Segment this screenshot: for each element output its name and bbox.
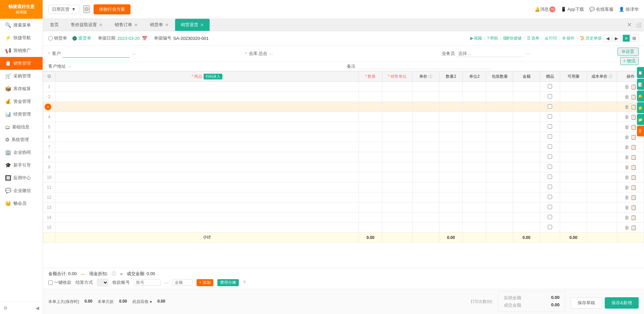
unit2-cell[interactable]	[463, 82, 486, 92]
quick-payment-checkbox[interactable]	[48, 280, 53, 285]
sidebar-item-sales[interactable]: 📋 销售管理	[0, 57, 43, 70]
delete-row-btn[interactable]: 🗑	[625, 175, 629, 180]
qty2-cell[interactable]	[439, 92, 463, 102]
shortcut-keys-btn[interactable]: ⌨ 快捷键	[503, 36, 522, 41]
delete-row-btn[interactable]: 🗑	[625, 124, 629, 130]
grid-view-btn[interactable]: ⊞	[630, 35, 639, 42]
salesperson-input[interactable]	[457, 50, 524, 57]
delete-row-btn[interactable]: 🗑	[625, 134, 629, 140]
gift-checkbox[interactable]	[548, 225, 552, 229]
gift-checkbox[interactable]	[548, 94, 552, 99]
account-input[interactable]	[134, 279, 161, 286]
operate-btn[interactable]: ⚙ 操作	[562, 36, 575, 41]
unit2-cell[interactable]	[463, 102, 486, 112]
close-tab-sales-order[interactable]: ✕	[134, 22, 138, 27]
copy-row-btn[interactable]: 📋	[631, 104, 636, 110]
qty2-cell[interactable]	[439, 82, 463, 92]
delete-row-btn[interactable]: 🗑	[625, 84, 629, 89]
notification-btn[interactable]: 🔔 消息 70	[535, 6, 555, 12]
delete-row-btn[interactable]: 🗑	[625, 94, 629, 100]
product-input[interactable]	[57, 104, 357, 109]
unit-price-cell[interactable]	[413, 102, 439, 112]
gift-checkbox[interactable]	[548, 104, 552, 109]
radio-sale-input[interactable]	[48, 36, 53, 41]
delete-row-btn[interactable]: 🗑	[625, 114, 629, 120]
copy-row-btn[interactable]: 📋	[631, 185, 636, 190]
sidebar-item-inventory[interactable]: 📦 库存核算	[0, 82, 43, 95]
copy-row-btn[interactable]: 📋	[631, 195, 636, 200]
sidebar-item-system[interactable]: ⚙ 系统管理	[0, 133, 43, 146]
radio-return-input[interactable]	[72, 36, 77, 41]
calendar-icon[interactable]: 📅	[142, 36, 147, 41]
gift-checkbox[interactable]	[548, 84, 552, 88]
info-btn[interactable]: ⓘ	[112, 271, 116, 277]
sidebar-item-member[interactable]: 👑 畅会员	[0, 197, 43, 210]
gift-checkbox[interactable]	[548, 205, 552, 209]
copy-row-btn[interactable]: 📋	[631, 175, 636, 180]
rsf-btn-4[interactable]: ⭐	[637, 102, 644, 113]
tab-sales-delivery[interactable]: 销货单 ✕	[144, 19, 174, 31]
copy-row-btn[interactable]: 📋	[631, 134, 636, 140]
amount-cell[interactable]	[513, 82, 540, 92]
unit2-cell[interactable]	[463, 92, 486, 102]
history-btn[interactable]: 📜 历史单据	[580, 36, 602, 41]
dots-icon[interactable]: ···	[165, 280, 168, 285]
save-new-button[interactable]: 保存&新增	[605, 297, 639, 309]
sales-unit-cell[interactable]	[382, 102, 413, 112]
delete-row-btn[interactable]: 🗑	[625, 185, 629, 190]
sidebar-settings-btn[interactable]: ⚙	[3, 305, 8, 311]
address-select-btn[interactable]: ···	[68, 64, 71, 69]
radio-sale[interactable]: 销货单	[48, 35, 67, 41]
gift-checkbox[interactable]	[548, 185, 552, 189]
qty-cell[interactable]	[359, 92, 382, 102]
copy-row-btn[interactable]: 📋	[631, 144, 636, 150]
copy-row-btn[interactable]: 📋	[631, 114, 636, 120]
calc-method-select[interactable]	[97, 279, 108, 286]
amount-input[interactable]	[172, 279, 193, 286]
sidebar-item-search[interactable]: 🔍 搜索菜单	[0, 19, 43, 32]
rsf-btn-1[interactable]: 📋	[637, 67, 644, 78]
sidebar-item-operation[interactable]: 📊 经营管理	[0, 108, 43, 121]
col-settings[interactable]: ⚙	[43, 71, 55, 82]
pkg-qty-cell[interactable]	[486, 92, 513, 102]
print-btn[interactable]: 🖨 打印	[544, 36, 557, 41]
sidebar-item-shortcut[interactable]: ⚡ 快捷导航	[0, 32, 43, 44]
select-order-btn[interactable]: ☰ 选单	[527, 36, 539, 41]
copy-row-btn[interactable]: 📋	[631, 84, 636, 89]
copy-row-btn[interactable]: 📋	[631, 154, 636, 160]
app-download-btn[interactable]: 📱 App下载	[561, 6, 584, 12]
tab-sales-order[interactable]: 销售订单 ✕	[109, 19, 144, 31]
sidebar-item-guide[interactable]: 🎓 新手引导	[0, 159, 43, 172]
unit-price-cell[interactable]	[413, 92, 439, 102]
sidebar-item-wechat[interactable]: 💬 企业微信	[0, 184, 43, 197]
close-tab-price-settings[interactable]: ✕	[99, 22, 103, 27]
sidebar-collapse-btn[interactable]: ◀	[36, 305, 39, 311]
sidebar-item-enterprise[interactable]: 🏢 企业协同	[0, 146, 43, 159]
fee-info-btn[interactable]: ?	[243, 280, 246, 285]
remark-input[interactable]	[358, 64, 492, 69]
tab-home[interactable]: 首页	[44, 19, 64, 31]
rsf-btn-3[interactable]: 🔔	[637, 90, 644, 102]
radio-return[interactable]: 退货单	[72, 35, 91, 41]
delete-row-btn[interactable]: 🗑	[625, 144, 629, 150]
pkg-qty-cell[interactable]	[486, 102, 513, 112]
sales-unit-cell[interactable]	[382, 92, 413, 102]
product-cell[interactable]	[55, 92, 359, 102]
gift-checkbox[interactable]	[548, 124, 552, 129]
gift-checkbox[interactable]	[548, 175, 552, 179]
pkg-qty-cell[interactable]	[486, 82, 513, 92]
sales-unit-cell[interactable]	[382, 82, 413, 92]
close-tab-sales-return[interactable]: ✕	[200, 22, 204, 27]
rsf-btn-2[interactable]: 📝	[637, 79, 644, 90]
copy-row-btn[interactable]: 📋	[631, 124, 636, 130]
product-cell[interactable]	[55, 82, 359, 92]
save-draft-button[interactable]: 保存草稿	[571, 297, 602, 309]
rsf-btn-5[interactable]: 📁	[637, 114, 644, 125]
column-settings-btn[interactable]: ⚙设置	[618, 48, 639, 56]
quick-payment-check[interactable]: 一键收款	[48, 279, 71, 286]
add-row-btn[interactable]: +	[45, 104, 51, 110]
experience-button[interactable]: 体验行业方案	[94, 4, 130, 14]
fee-split-btn[interactable]: 费用分摊	[217, 279, 239, 286]
next-doc-btn[interactable]: ▶	[612, 35, 621, 42]
qty-cell[interactable]	[359, 102, 382, 112]
